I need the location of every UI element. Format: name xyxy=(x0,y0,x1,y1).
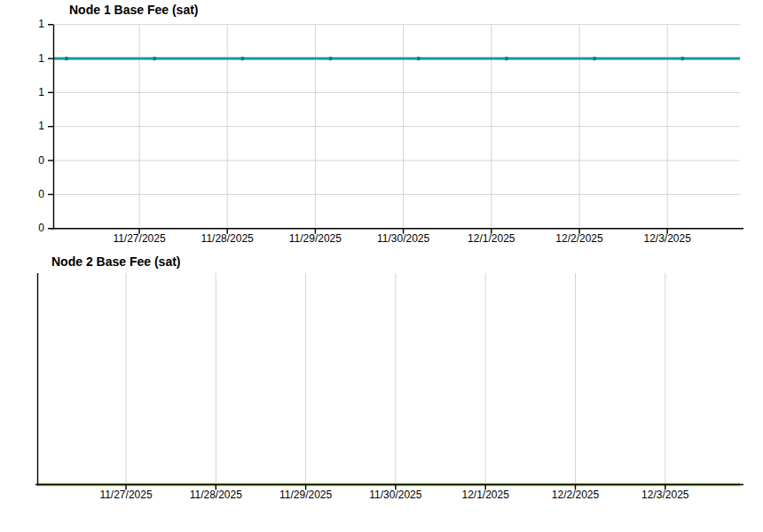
series-marker xyxy=(240,57,245,61)
x-tick-label: 12/1/2025 xyxy=(441,489,530,501)
x-tick-label: 11/30/2025 xyxy=(359,232,448,245)
node2-base-fee-chart: Node 2 Base Fee (sat) 11/27/202511/28/20… xyxy=(0,253,763,532)
x-tick-label: 12/2/2025 xyxy=(531,489,620,501)
series-marker xyxy=(153,57,157,61)
x-tick-label: 12/2/2025 xyxy=(535,232,624,245)
x-tick-label: 11/27/2025 xyxy=(95,232,184,245)
dashboard-page: Node 1 Base Fee (sat) 111100011/27/20251… xyxy=(0,0,763,532)
x-tick-label: 12/1/2025 xyxy=(447,232,536,245)
x-tick-label: 11/27/2025 xyxy=(82,489,170,501)
y-tick-label: 0 xyxy=(18,221,44,236)
x-tick-label: 11/29/2025 xyxy=(262,489,350,501)
series-marker xyxy=(680,57,685,61)
series-marker xyxy=(417,57,421,61)
y-tick-label: 1 xyxy=(18,51,44,66)
node1-base-fee-chart: Node 1 Base Fee (sat) 111100011/27/20251… xyxy=(0,0,763,253)
node1-chart-title: Node 1 Base Fee (sat) xyxy=(69,3,199,17)
series-marker xyxy=(505,57,509,61)
series-marker xyxy=(593,57,597,61)
x-tick-label: 12/3/2025 xyxy=(623,232,712,245)
y-tick-label: 1 xyxy=(18,85,44,100)
y-tick-label: 1 xyxy=(18,119,44,134)
x-tick-label: 11/29/2025 xyxy=(271,232,359,245)
x-tick-label: 11/28/2025 xyxy=(171,489,260,501)
node2-chart-title: Node 2 Base Fee (sat) xyxy=(51,254,181,269)
y-tick-label: 0 xyxy=(18,153,44,168)
series-marker xyxy=(65,57,69,61)
y-tick-label: 1 xyxy=(18,17,44,32)
y-tick-label: 0 xyxy=(18,187,44,202)
series-marker xyxy=(328,57,333,61)
node1-plot-area xyxy=(0,0,763,253)
x-tick-label: 11/30/2025 xyxy=(351,489,440,501)
x-tick-label: 11/28/2025 xyxy=(183,232,271,245)
x-tick-label: 12/3/2025 xyxy=(621,489,710,501)
